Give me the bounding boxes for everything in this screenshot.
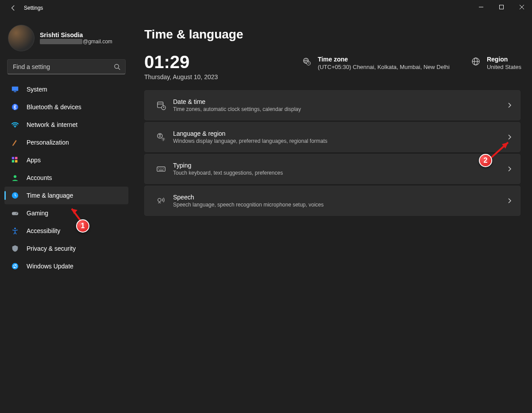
- clock-display: 01:29 Thursday, August 10, 2023: [144, 53, 218, 80]
- svg-rect-13: [15, 160, 17, 162]
- svg-line-5: [118, 68, 120, 70]
- paintbrush-icon: [11, 138, 19, 147]
- region-summary[interactable]: Region United States: [471, 53, 521, 70]
- settings-rows: Date & timeTime zones, automatic clock s…: [144, 90, 520, 216]
- annotation-marker-1: 1: [76, 219, 89, 233]
- svg-rect-6: [12, 87, 18, 91]
- svg-rect-10: [12, 157, 14, 159]
- svg-rect-7: [14, 92, 16, 92]
- titlebar: Settings: [0, 0, 532, 16]
- timezone-icon: [302, 57, 312, 66]
- chevron-right-icon: [507, 103, 512, 108]
- region-value: United States: [487, 64, 521, 70]
- svg-point-14: [14, 175, 16, 178]
- keyboard-icon: [153, 164, 170, 174]
- nav-bluetooth[interactable]: Bluetooth & devices: [4, 98, 128, 116]
- nav-label: System: [27, 86, 47, 93]
- svg-point-17: [16, 213, 17, 214]
- nav-label: Time & language: [27, 192, 73, 199]
- nav-apps[interactable]: Apps: [4, 151, 128, 169]
- nav-label: Network & internet: [27, 121, 77, 128]
- window-title: Settings: [24, 5, 43, 11]
- current-date: Thursday, August 10, 2023: [144, 73, 218, 80]
- timezone-value: (UTC+05:30) Chennai, Kolkata, Mumbai, Ne…: [318, 64, 450, 70]
- nav-network[interactable]: Network & internet: [4, 116, 128, 134]
- search-box[interactable]: [7, 59, 126, 74]
- chevron-right-icon: [507, 166, 512, 172]
- nav-label: Gaming: [27, 210, 48, 217]
- row-date-time[interactable]: Date & timeTime zones, automatic clock s…: [144, 90, 520, 120]
- minimize-button[interactable]: [471, 0, 491, 14]
- apps-icon: [11, 156, 19, 164]
- row-title: Speech: [173, 194, 507, 201]
- svg-point-18: [16, 212, 17, 213]
- page-title: Time & language: [144, 27, 521, 42]
- bluetooth-icon: [11, 103, 19, 111]
- nav-label: Bluetooth & devices: [27, 103, 81, 111]
- svg-point-39: [158, 199, 161, 202]
- clock-globe-icon: [11, 191, 19, 200]
- nav-system[interactable]: System: [4, 80, 128, 98]
- row-language-region[interactable]: 字 Language & regionWindows display langu…: [144, 122, 520, 152]
- row-sub: Time zones, automatic clock settings, ca…: [173, 106, 507, 112]
- svg-point-37: [162, 168, 162, 168]
- svg-point-9: [15, 126, 15, 127]
- avatar: [8, 25, 35, 51]
- timezone-label: Time zone: [318, 56, 450, 63]
- nav-label: Apps: [27, 157, 41, 164]
- svg-point-19: [14, 228, 16, 229]
- svg-point-35: [158, 168, 159, 168]
- row-typing[interactable]: TypingTouch keyboard, text suggestions, …: [144, 154, 520, 184]
- region-label: Region: [487, 56, 521, 63]
- svg-point-20: [12, 263, 18, 269]
- svg-point-38: [163, 168, 164, 168]
- current-time: 01:29: [144, 53, 218, 71]
- svg-rect-11: [15, 157, 17, 159]
- nav-label: Windows Update: [27, 263, 73, 270]
- nav-label: Accounts: [27, 174, 52, 181]
- timezone-summary[interactable]: Time zone (UTC+05:30) Chennai, Kolkata, …: [302, 53, 450, 70]
- nav-accounts[interactable]: Accounts: [4, 169, 128, 187]
- speech-icon: [153, 196, 170, 206]
- accessibility-icon: [11, 226, 19, 235]
- chevron-right-icon: [507, 198, 512, 203]
- search-input[interactable]: [7, 59, 126, 74]
- svg-rect-33: [157, 167, 165, 171]
- search-icon: [114, 64, 120, 70]
- nav-personalization[interactable]: Personalization: [4, 134, 128, 151]
- nav-update[interactable]: Windows Update: [4, 257, 128, 275]
- row-speech[interactable]: SpeechSpeech language, speech recognitio…: [144, 186, 520, 216]
- row-sub: Windows display language, preferred lang…: [173, 138, 507, 144]
- annotation-marker-2: 2: [479, 154, 492, 167]
- nav-list: System Bluetooth & devices Network & int…: [3, 80, 130, 275]
- wifi-icon: [11, 120, 19, 129]
- close-button[interactable]: [512, 0, 532, 14]
- email-redacted: [40, 39, 82, 44]
- svg-text:字: 字: [162, 138, 165, 141]
- language-icon: 字: [153, 132, 170, 142]
- nav-label: Accessibility: [27, 227, 60, 234]
- svg-point-4: [115, 64, 119, 68]
- calendar-clock-icon: [153, 100, 170, 110]
- gamepad-icon: [11, 209, 19, 218]
- user-name: Srishti Sisodia: [40, 31, 112, 38]
- svg-rect-12: [12, 160, 14, 162]
- row-sub: Touch keyboard, text suggestions, prefer…: [173, 170, 507, 176]
- nav-time-language[interactable]: Time & language: [4, 187, 128, 204]
- summary-row: 01:29 Thursday, August 10, 2023 Time zon…: [144, 53, 521, 80]
- svg-rect-1: [500, 5, 504, 9]
- globe-icon: [471, 57, 481, 66]
- person-icon: [11, 173, 19, 182]
- nav-label: Privacy & security: [27, 245, 76, 252]
- row-title: Date & time: [173, 98, 507, 105]
- user-profile[interactable]: Srishti Sisodia @gmail.com: [3, 21, 130, 59]
- nav-privacy[interactable]: Privacy & security: [4, 240, 128, 257]
- maximize-button[interactable]: [491, 0, 512, 14]
- row-title: Language & region: [173, 130, 507, 137]
- main-content: Time & language 01:29 Thursday, August 1…: [133, 16, 532, 413]
- update-icon: [11, 262, 19, 271]
- back-button[interactable]: [7, 2, 19, 14]
- svg-point-36: [160, 168, 160, 168]
- row-title: Typing: [173, 162, 507, 169]
- user-email: @gmail.com: [40, 38, 112, 45]
